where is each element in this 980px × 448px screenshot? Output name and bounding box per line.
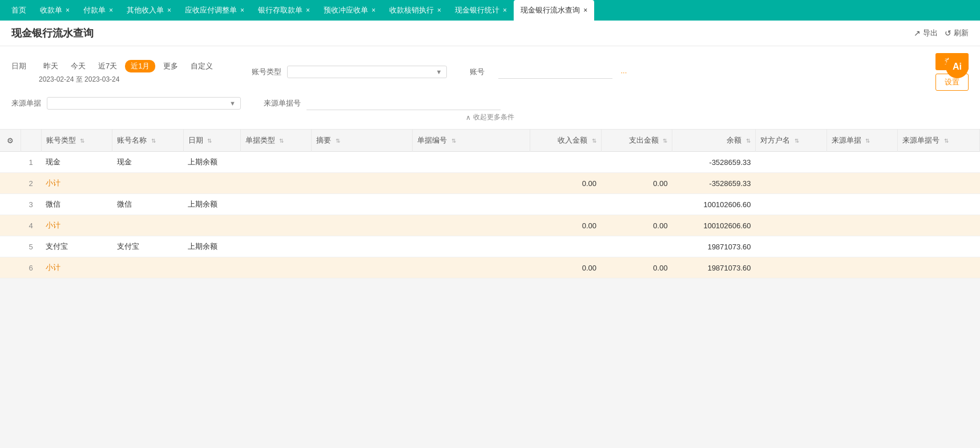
account-input[interactable] <box>498 65 612 79</box>
cell-doc-no <box>412 194 530 215</box>
column-gear[interactable]: ⚙ <box>0 130 21 152</box>
cell-source-doc-no <box>898 215 980 236</box>
close-icon[interactable]: × <box>583 6 587 14</box>
column-num <box>21 130 41 152</box>
nav-payment[interactable]: 付款单 × <box>76 0 120 21</box>
cell-doc-type <box>240 152 312 173</box>
cell-account-name: 支付宝 <box>112 236 184 257</box>
cell-doc-no <box>412 257 530 279</box>
close-icon[interactable]: × <box>167 6 171 14</box>
column-expense[interactable]: 支出金额 ⇅ <box>601 130 672 152</box>
table-container: ⚙ 账号类型 ⇅ 账号名称 ⇅ 日期 ⇅ 单据类型 ⇅ 摘要 ⇅ 单据编号 ⇅ … <box>0 130 980 279</box>
nav-bank-deposit[interactable]: 银行存取款单 × <box>251 0 317 21</box>
date-more[interactable]: 更多 <box>159 60 183 72</box>
column-source-doc[interactable]: 来源单据 ⇅ <box>826 130 898 152</box>
source-doc-no-label: 来源单据号 <box>264 98 301 108</box>
cell-income <box>530 194 602 215</box>
column-doc-no[interactable]: 单据编号 ⇅ <box>412 130 530 152</box>
nav-other-income[interactable]: 其他收入单 × <box>120 0 178 21</box>
row-number: 4 <box>21 215 41 236</box>
cell-summary <box>312 236 413 257</box>
column-date[interactable]: 日期 ⇅ <box>183 130 240 152</box>
source-doc-no-group: 来源单据号 <box>264 96 501 110</box>
cell-account-type: 微信 <box>41 194 112 215</box>
close-icon[interactable]: × <box>306 6 310 14</box>
date-yesterday[interactable]: 昨天 <box>39 60 63 72</box>
collapse-button[interactable]: ∧ 收起更多条件 <box>11 112 969 122</box>
date-custom[interactable]: 自定义 <box>186 60 217 72</box>
close-icon[interactable]: × <box>66 6 70 14</box>
row-checkbox <box>0 257 21 279</box>
page-header: 现金银行流水查询 ↗ 导出 ↺ 刷新 <box>0 21 980 46</box>
row-number: 1 <box>21 152 41 173</box>
nav-receipt[interactable]: 收款单 × <box>33 0 76 21</box>
date-1month[interactable]: 近1月 <box>125 60 155 72</box>
cell-source-doc-no <box>898 236 980 257</box>
cell-doc-type <box>240 257 312 279</box>
cell-counterpart <box>756 215 827 236</box>
filter-area: 日期 昨天 今天 近7天 近1月 更多 自定义 2023-02-24 至 202… <box>0 46 980 130</box>
column-doc-type[interactable]: 单据类型 ⇅ <box>240 130 312 152</box>
close-icon[interactable]: × <box>437 6 441 14</box>
column-account-name[interactable]: 账号名称 ⇅ <box>112 130 184 152</box>
export-icon: ↗ <box>914 29 921 38</box>
row-checkbox <box>0 194 21 215</box>
refresh-button[interactable]: ↺ 刷新 <box>945 28 969 38</box>
filter-row-1: 日期 昨天 今天 近7天 近1月 更多 自定义 2023-02-24 至 202… <box>11 53 969 91</box>
row-number: 3 <box>21 194 41 215</box>
cell-expense <box>601 194 672 215</box>
cell-doc-no <box>412 173 530 194</box>
close-icon[interactable]: × <box>503 6 507 14</box>
cell-doc-no <box>412 152 530 173</box>
cell-income <box>530 152 602 173</box>
cell-date <box>183 173 240 194</box>
export-button[interactable]: ↗ 导出 <box>914 28 938 38</box>
ai-assistant-button[interactable]: Ai <box>946 55 969 78</box>
column-source-doc-no[interactable]: 来源单据号 ⇅ <box>898 130 980 152</box>
cell-counterpart <box>756 236 827 257</box>
account-ellipsis-button[interactable]: ··· <box>618 68 629 76</box>
table-header-row: ⚙ 账号类型 ⇅ 账号名称 ⇅ 日期 ⇅ 单据类型 ⇅ 摘要 ⇅ 单据编号 ⇅ … <box>0 130 980 152</box>
nav-home[interactable]: 首页 <box>5 0 33 21</box>
nav-cashflow[interactable]: 现金银行流水查询 × <box>514 0 594 21</box>
date-label: 日期 <box>11 61 34 71</box>
column-account-type[interactable]: 账号类型 ⇅ <box>41 130 112 152</box>
row-checkbox <box>0 236 21 257</box>
date-7days[interactable]: 近7天 <box>94 60 122 72</box>
cell-expense: 0.00 <box>601 257 672 279</box>
cell-account-type: 小计 <box>41 257 112 279</box>
row-number: 2 <box>21 173 41 194</box>
close-icon[interactable]: × <box>109 6 113 14</box>
nav-prepay[interactable]: 预收冲应收单 × <box>317 0 382 21</box>
cell-balance: 100102606.60 <box>672 194 756 215</box>
cell-summary <box>312 173 413 194</box>
column-balance[interactable]: 余额 ⇅ <box>672 130 756 152</box>
account-type-select[interactable]: ▼ <box>287 66 447 78</box>
cell-income <box>530 236 602 257</box>
source-doc-select[interactable]: ▼ <box>47 97 241 110</box>
date-options: 昨天 今天 近7天 近1月 更多 自定义 <box>39 60 217 72</box>
cell-expense: 0.00 <box>601 215 672 236</box>
cell-balance: 19871073.60 <box>672 257 756 279</box>
table-row: 6小计0.000.0019871073.60 <box>0 257 980 279</box>
nav-stats[interactable]: 现金银行统计 × <box>448 0 514 21</box>
column-income[interactable]: 收入金额 ⇅ <box>530 130 602 152</box>
account-label: 账号 <box>470 67 493 77</box>
close-icon[interactable]: × <box>372 6 376 14</box>
cell-expense: 0.00 <box>601 173 672 194</box>
nav-adjustment[interactable]: 应收应付调整单 × <box>178 0 251 21</box>
column-counterpart[interactable]: 对方户名 ⇅ <box>756 130 827 152</box>
cell-doc-no <box>412 215 530 236</box>
nav-verify[interactable]: 收款核销执行 × <box>382 0 448 21</box>
column-summary[interactable]: 摘要 ⇅ <box>312 130 413 152</box>
row-checkbox <box>0 215 21 236</box>
source-doc-no-input[interactable] <box>306 96 501 110</box>
close-icon[interactable]: × <box>240 6 244 14</box>
source-doc-group: 来源单据 ▼ <box>11 97 241 110</box>
cell-account-name <box>112 257 184 279</box>
cell-doc-no <box>412 236 530 257</box>
table-row: 4小计0.000.00100102606.60 <box>0 215 980 236</box>
cell-source-doc-no <box>898 152 980 173</box>
date-today[interactable]: 今天 <box>66 60 90 72</box>
cell-income: 0.00 <box>530 173 602 194</box>
